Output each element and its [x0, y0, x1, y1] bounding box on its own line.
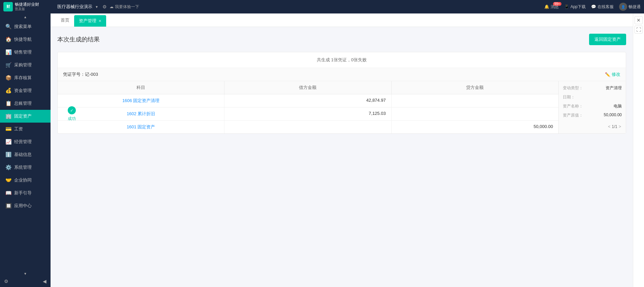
sidebar: ▲ 🔍 搜索菜单 🏠 快捷导航 📊 销售管理 🛒 采购管理 📦 库存核算 — [0, 13, 51, 287]
right-panel-asset-original-value: 资产原值： 50,000.00 — [563, 113, 622, 118]
username: 畅捷通 — [628, 4, 641, 10]
collapse-icon[interactable]: ◀ — [43, 279, 47, 284]
logo-sub: 普及版 — [15, 7, 39, 11]
grid-icon: 🔲 — [5, 203, 11, 209]
page-title: 本次生成的结果 — [57, 35, 100, 43]
asset-name-value: 电脑 — [614, 103, 622, 109]
sidebar-item-purchase[interactable]: 🛒 采购管理 — [0, 59, 51, 71]
table-row: 1601 固定资产 50,000.00 — [58, 121, 558, 133]
trend-icon: 📈 — [5, 139, 11, 145]
table-row: 1606 固定资产清理 42,874.97 — [58, 94, 558, 107]
result-card: 共生成 1张凭证，0张失败 凭证字号：记-003 ✏️ 修改 — [57, 52, 626, 134]
sidebar-scroll-down[interactable]: ▼ — [0, 270, 51, 277]
voucher-table: 科目 借方金额 贷方金额 ✓ 成功 — [58, 81, 558, 133]
logo-text: 畅捷通好业财 — [15, 2, 39, 7]
app-download-item[interactable]: 📱 App下载 — [564, 4, 586, 10]
table-body: ✓ 成功 1606 固定资产清理 42,874.97 — [58, 94, 558, 133]
sidebar-label-salary: 工资 — [14, 126, 23, 132]
sidebar-label-quick-nav: 快捷导航 — [14, 36, 32, 42]
handshake-icon: 🤝 — [5, 177, 11, 183]
tab-asset-mgmt[interactable]: 资产管理 ✕ — [74, 15, 106, 27]
sidebar-item-sales[interactable]: 📊 销售管理 — [0, 46, 51, 59]
box-icon: 📦 — [5, 75, 11, 81]
td-credit-1 — [392, 94, 558, 107]
edit-label: 修改 — [612, 71, 620, 77]
return-button[interactable]: 返回固定资产 — [589, 34, 626, 45]
prev-page[interactable]: < — [608, 124, 610, 129]
voucher-body: 科目 借方金额 贷方金额 ✓ 成功 — [58, 81, 626, 133]
notifications-badge: 99+ — [553, 2, 561, 6]
avatar: 👤 — [619, 3, 627, 11]
sidebar-scroll-up[interactable]: ▲ — [0, 13, 51, 20]
user-item[interactable]: 👤 畅捷通 — [619, 3, 641, 11]
td-subject-2[interactable]: 1602 累计折旧 — [58, 107, 224, 120]
sidebar-item-system[interactable]: ⚙️ 系统管理 — [0, 161, 51, 174]
logo-area: 财 畅捷通好业财 普及版 — [3, 2, 54, 11]
sidebar-item-funds[interactable]: 💰 资金管理 — [0, 84, 51, 97]
voucher-right-panel: 变动类型： 资产清理 日期： 资产名称： 电脑 — [558, 81, 626, 133]
tab-bar: 首页 资产管理 ✕ — [51, 13, 633, 27]
sidebar-item-fixed-assets[interactable]: 🏢 固定资产 — [0, 110, 51, 123]
edit-icon: ✏️ — [605, 72, 610, 77]
sidebar-item-salary[interactable]: 💳 工资 — [0, 123, 51, 135]
next-page[interactable]: > — [619, 124, 621, 129]
page-content: 本次生成的结果 返回固定资产 共生成 1张凭证，0张失败 凭证字号：记-003 … — [51, 27, 633, 287]
settings-bottom-icon[interactable]: ⚙ — [4, 279, 8, 284]
sidebar-label-enterprise: 企业协同 — [14, 177, 32, 183]
tab-home[interactable]: 首页 — [56, 14, 74, 27]
tab-asset-mgmt-label: 资产管理 — [79, 18, 96, 24]
logo-icon: 财 — [3, 2, 13, 11]
online-service-item[interactable]: 💬 在线客服 — [591, 4, 614, 10]
sidebar-item-basic-info[interactable]: ℹ️ 基础信息 — [0, 148, 51, 161]
change-type-value: 资产清理 — [606, 85, 622, 91]
td-debit-3 — [224, 121, 391, 133]
sidebar-label-system: 系统管理 — [14, 164, 32, 170]
td-debit-2: 7,125.03 — [224, 107, 391, 120]
asset-name-label: 资产名称： — [563, 103, 583, 109]
td-credit-2 — [392, 107, 558, 120]
side-controls: ✕ ⛶ — [633, 13, 644, 287]
change-type-label: 变动类型： — [563, 85, 583, 91]
ledger-icon: 📋 — [5, 100, 11, 106]
expand-panel-button[interactable]: ⛶ — [635, 26, 643, 34]
sidebar-items: 🔍 搜索菜单 🏠 快捷导航 📊 销售管理 🛒 采购管理 📦 库存核算 💰 — [0, 13, 51, 226]
td-credit-3: 50,000.00 — [392, 121, 558, 133]
td-subject-1[interactable]: 1606 固定资产清理 — [58, 94, 224, 107]
cart-icon: 🛒 — [5, 62, 11, 68]
building-icon: 🏢 — [5, 113, 11, 119]
sidebar-item-enterprise[interactable]: 🤝 企业协同 — [0, 174, 51, 187]
right-panel-date: 日期： — [563, 94, 622, 100]
sidebar-item-business[interactable]: 📈 经营管理 — [0, 135, 51, 148]
sidebar-item-quick-nav[interactable]: 🏠 快捷导航 — [0, 33, 51, 46]
sidebar-label-business: 经营管理 — [14, 139, 32, 145]
service-icon: 💬 — [591, 4, 596, 9]
experience-button[interactable]: ☁ 我要体验一下 — [110, 4, 139, 10]
table-head: 科目 借方金额 贷方金额 — [58, 81, 558, 94]
chart-icon: 📊 — [5, 49, 11, 55]
sidebar-item-app-center[interactable]: 🔲 应用中心 — [0, 199, 51, 212]
asset-original-value-label: 资产原值： — [563, 113, 583, 118]
tab-close-asset-mgmt[interactable]: ✕ — [98, 19, 101, 23]
mobile-icon: 📱 — [564, 4, 569, 9]
close-panel-button[interactable]: ✕ — [635, 16, 643, 24]
sidebar-item-inventory[interactable]: 📦 库存核算 — [0, 71, 51, 84]
notifications-item[interactable]: 🔔 消息 99+ — [544, 4, 559, 10]
page-header: 本次生成的结果 返回固定资产 — [57, 34, 626, 45]
company-name: 医疗器械行业演示 — [57, 4, 92, 10]
td-subject-3[interactable]: 1601 固定资产 — [58, 121, 224, 133]
experience-label: 我要体验一下 — [115, 4, 139, 10]
top-center: 医疗器械行业演示 ▼ ⚙ ☁ 我要体验一下 — [54, 4, 544, 10]
sidebar-label-ledger: 总账管理 — [14, 100, 32, 106]
money-icon: 💰 — [5, 88, 11, 94]
sidebar-label-funds: 资金管理 — [14, 88, 32, 94]
edit-link[interactable]: ✏️ 修改 — [605, 71, 620, 77]
settings-icon[interactable]: ⚙ — [102, 4, 107, 9]
sidebar-item-guide[interactable]: 📖 新手引导 — [0, 187, 51, 199]
company-dropdown-icon[interactable]: ▼ — [95, 5, 98, 9]
sidebar-label-guide: 新手引导 — [14, 190, 32, 196]
pagination: < 1/1 > — [563, 122, 622, 129]
success-badge: ✓ 成功 — [68, 106, 76, 122]
sidebar-item-ledger[interactable]: 📋 总账管理 — [0, 97, 51, 110]
top-right: 🔔 消息 99+ 📱 App下载 💬 在线客服 👤 畅捷通 — [544, 3, 641, 11]
sidebar-item-search[interactable]: 🔍 搜索菜单 — [0, 20, 51, 33]
